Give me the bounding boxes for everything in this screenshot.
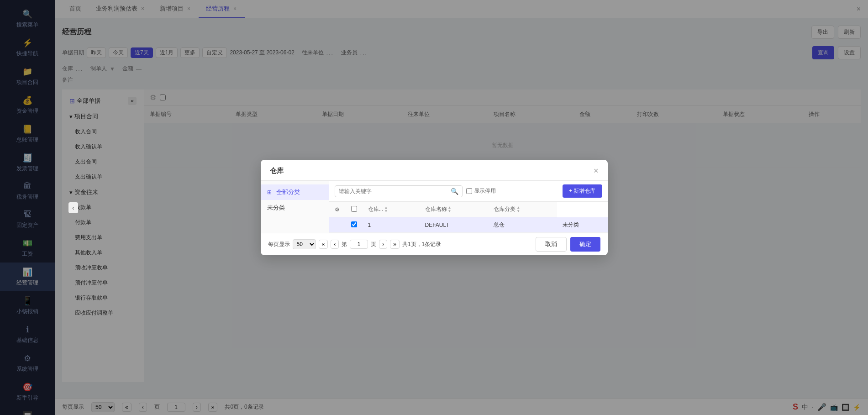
modal-col-category: 仓库分类 ▲▼	[488, 202, 557, 217]
row-name-cell: 总仓	[488, 217, 557, 233]
modal-footer: 每页显示 50 100 « ‹ 第 页 › » 共1页，1条记录 取消 确定	[261, 233, 608, 255]
row-code-cell: DEFAULT	[420, 217, 489, 233]
row-checkbox[interactable]	[351, 221, 357, 227]
modal-search-icon: 🔍	[451, 188, 458, 195]
modal-main-content: 🔍 显示停用 + 新增仓库 ⚙	[329, 181, 608, 233]
code-sort-arrows: ▲▼	[384, 206, 388, 213]
modal-confirm-button[interactable]: 确定	[570, 237, 600, 252]
modal-col-checkbox	[346, 202, 363, 217]
modal-search-box: 🔍	[335, 185, 463, 197]
modal-select-all-checkbox[interactable]	[351, 206, 357, 212]
row-index-cell: 1	[363, 217, 420, 233]
modal-next-page[interactable]: ›	[379, 240, 387, 249]
row-settings-cell	[329, 217, 346, 233]
table-row[interactable]: 1 DEFAULT 总仓 未分类	[329, 217, 608, 233]
modal-category-sidebar: ⊞ 全部分类 未分类 ‹	[261, 181, 329, 233]
modal-body: ⊞ 全部分类 未分类 ‹ 🔍	[261, 181, 608, 233]
modal-cancel-button[interactable]: 取消	[536, 237, 567, 252]
modal-warehouse-table: ⚙ 仓库... ▲▼	[329, 202, 608, 233]
modal-col-code: 仓库... ▲▼	[363, 202, 420, 217]
modal-overlay: 仓库 × ⊞ 全部分类 未分类 ‹	[0, 0, 868, 415]
modal-toolbar: 🔍 显示停用 + 新增仓库	[329, 181, 608, 202]
modal-total-text: 共1页，1条记录	[402, 241, 441, 248]
category-grid-icon: ⊞	[267, 189, 272, 195]
modal-col-name: 仓库名称 ▲▼	[420, 202, 489, 217]
modal-last-page[interactable]: »	[390, 240, 400, 249]
modal-pagination: 每页显示 50 100 « ‹ 第 页 › » 共1页，1条记录	[268, 239, 442, 249]
modal-col-settings: ⚙	[329, 202, 346, 217]
name-sort-arrows: ▲▼	[448, 206, 452, 213]
warehouse-modal: 仓库 × ⊞ 全部分类 未分类 ‹	[261, 160, 608, 255]
modal-title: 仓库	[270, 167, 284, 175]
show-disabled-label[interactable]: 显示停用	[466, 187, 496, 195]
modal-page-input[interactable]	[350, 240, 368, 249]
modal-sidebar-all-category[interactable]: ⊞ 全部分类	[261, 184, 329, 200]
modal-prev-page[interactable]: ‹	[331, 240, 339, 249]
category-sort-arrows: ▲▼	[516, 206, 520, 213]
row-checkbox-cell	[346, 217, 363, 233]
modal-footer-actions: 取消 确定	[536, 237, 600, 252]
add-warehouse-button[interactable]: + 新增仓库	[563, 184, 602, 198]
row-category-cell: 未分类	[557, 217, 607, 233]
modal-search-input[interactable]	[339, 188, 449, 194]
modal-header: 仓库 ×	[261, 160, 608, 181]
modal-sidebar-uncategorized[interactable]: 未分类	[261, 200, 329, 215]
modal-per-page-select[interactable]: 50 100	[293, 239, 316, 249]
modal-close-button[interactable]: ×	[594, 166, 599, 176]
modal-table-container: ⚙ 仓库... ▲▼	[329, 202, 608, 233]
col-settings-icon[interactable]: ⚙	[335, 206, 340, 213]
show-disabled-checkbox[interactable]	[466, 188, 472, 194]
modal-first-page[interactable]: «	[319, 240, 328, 249]
